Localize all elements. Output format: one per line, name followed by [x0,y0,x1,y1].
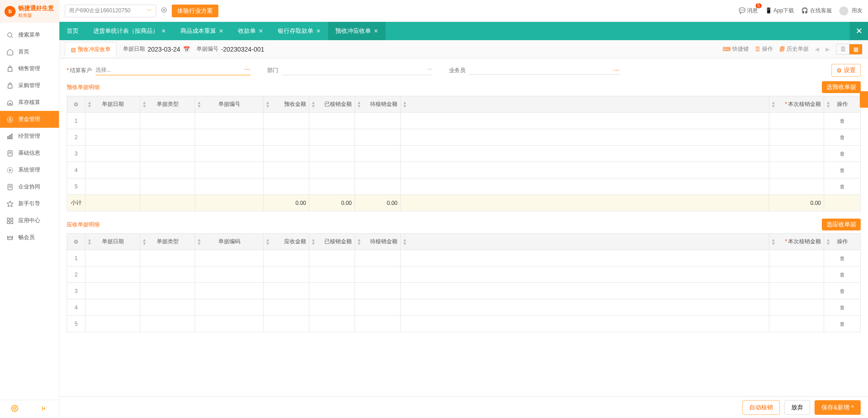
cell[interactable] [264,316,309,332]
cell[interactable] [769,266,824,283]
cell[interactable] [195,162,264,178]
sort-icon[interactable]: ▲▼ [826,101,831,108]
sidebar-item-11[interactable]: 应用中心 [0,212,59,229]
date-value[interactable]: 2023-03-24 [148,46,180,53]
calendar-icon[interactable]: 📅 [183,46,190,52]
sidebar-item-2[interactable]: 销售管理 [0,60,59,77]
save-new-button[interactable]: 保存&新增 ^ [815,400,861,415]
sort-icon[interactable]: ▲▼ [265,238,270,246]
cell[interactable] [264,250,309,266]
prev-doc[interactable]: ◀ [815,46,819,52]
cell[interactable] [355,129,401,146]
delete-row-icon[interactable]: 🗑 [840,134,845,141]
cell[interactable] [401,178,769,195]
pick-recv-button[interactable]: 选应收单据 [822,219,861,230]
delete-row-icon[interactable]: 🗑 [840,183,845,190]
customer-input[interactable]: 选择... ⋯ [95,65,251,75]
close-icon[interactable]: ✕ [316,28,321,34]
cell[interactable] [769,316,824,332]
cell[interactable] [355,250,401,266]
cell[interactable] [85,250,140,266]
cell[interactable] [195,266,264,283]
cell[interactable] [401,113,769,129]
col-header[interactable]: ▲▼本次核销金额 [769,96,824,113]
sort-icon[interactable]: ▲▼ [87,101,92,108]
sort-icon[interactable]: ▲▼ [311,238,316,246]
trial-button[interactable]: 体验行业方案 [172,5,218,17]
table-row[interactable]: 3🗑 [67,146,861,162]
sort-icon[interactable]: ▲▼ [142,101,147,108]
cell[interactable] [309,178,355,195]
cell[interactable] [140,146,195,162]
sidebar-item-12[interactable]: 畅会员 [0,229,59,246]
delete-row-icon[interactable]: 🗑 [840,288,845,294]
cell[interactable] [264,113,309,129]
cell[interactable] [85,146,140,162]
sort-icon[interactable]: ▲▼ [826,238,831,246]
discard-button[interactable]: 放弃 [784,400,810,415]
cell[interactable] [309,250,355,266]
cell[interactable] [401,250,769,266]
sidebar-item-10[interactable]: 新手引导 [0,195,59,212]
cell[interactable] [195,129,264,146]
document-tab[interactable]: ▤ 预收冲应收单 [65,42,116,57]
col-header[interactable]: ▲▼待核销金额 [355,96,401,113]
cell[interactable] [140,129,195,146]
cell[interactable] [85,162,140,178]
sort-icon[interactable]: ▲▼ [771,101,776,108]
cell[interactable] [355,178,401,195]
cell[interactable] [85,283,140,299]
cell[interactable] [309,299,355,316]
tab-4[interactable]: 银行存取款单✕ [270,22,328,40]
close-all-tabs[interactable]: ✕ [850,22,868,40]
cell[interactable] [85,178,140,195]
col-header[interactable]: ▲▼操作 [824,96,861,113]
cell[interactable] [264,299,309,316]
sort-icon[interactable]: ▲▼ [265,101,270,108]
col-header[interactable]: ▲▼单据编号 [195,96,264,113]
cell[interactable] [769,113,824,129]
cell[interactable] [309,316,355,332]
cell[interactable] [85,316,140,332]
cell[interactable] [769,299,824,316]
salesman-input[interactable]: ⋯ [469,66,620,75]
col-header[interactable]: ▲▼已核销金额 [309,96,355,113]
right-rail-tab[interactable] [860,91,868,108]
cell[interactable] [264,178,309,195]
auto-match-button[interactable]: 自动核销 [742,400,780,415]
company-select[interactable]: 用户690企业1660120750 ﹀ [65,5,156,17]
sidebar-item-4[interactable]: 库存核算 [0,94,59,111]
settings-button[interactable]: ⚙ 设置 [831,64,861,77]
cell[interactable] [355,299,401,316]
tab-0[interactable]: 首页 [59,22,86,40]
quickkey-link[interactable]: ⌨快捷键 [723,45,749,53]
gear-column-icon[interactable]: ⚙ [67,96,85,113]
cell[interactable] [769,146,824,162]
cell[interactable] [309,146,355,162]
cell[interactable] [85,266,140,283]
sort-icon[interactable]: ▲▼ [357,238,361,246]
cell[interactable] [140,299,195,316]
sort-icon[interactable]: ▲▼ [402,238,407,246]
sort-icon[interactable]: ▲▼ [402,101,407,108]
cell[interactable] [140,162,195,178]
cell[interactable] [264,162,309,178]
cell[interactable] [769,178,824,195]
col-header[interactable]: ▲▼单据类型 [140,234,195,250]
sidebar-item-9[interactable]: 企业协同 [0,178,59,195]
delete-row-icon[interactable]: 🗑 [840,167,845,173]
cell[interactable] [769,283,824,299]
sort-icon[interactable]: ▲▼ [197,238,201,246]
sidebar-item-3[interactable]: 采购管理 [0,77,59,94]
company-gear-icon[interactable] [161,7,167,15]
tab-5[interactable]: 预收冲应收单✕ [328,22,386,40]
cell[interactable] [140,178,195,195]
sidebar-item-7[interactable]: 基础信息 [0,145,59,162]
col-header[interactable]: ▲▼操作 [824,234,861,250]
cell[interactable] [264,129,309,146]
close-icon[interactable]: ✕ [374,28,378,34]
pick-prepay-button[interactable]: 选预收单据 [822,81,861,93]
cell[interactable] [401,283,769,299]
cell[interactable] [140,316,195,332]
close-icon[interactable]: ✕ [161,28,166,34]
